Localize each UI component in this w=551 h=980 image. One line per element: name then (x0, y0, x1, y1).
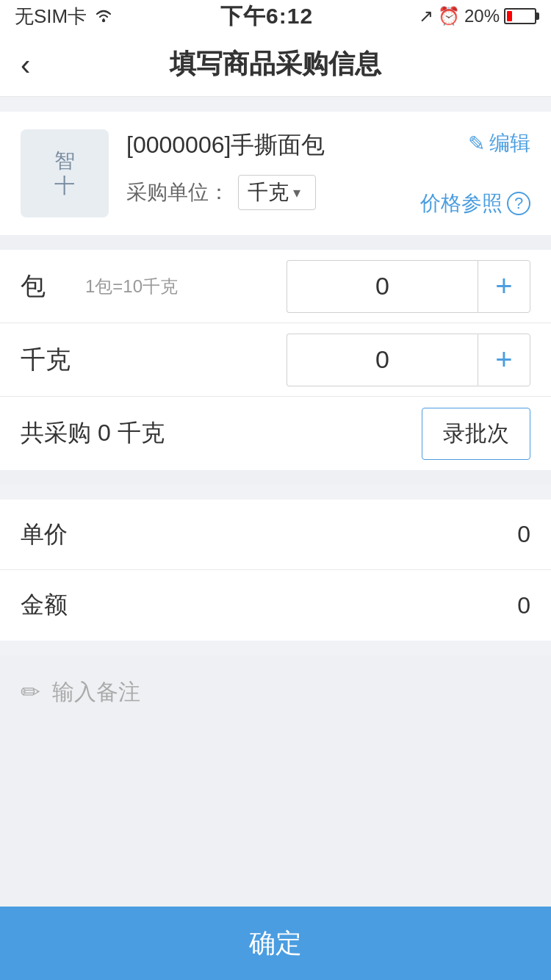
location-icon: ↗ (419, 6, 433, 26)
unit-price-row: 单价 0 (0, 500, 551, 570)
wifi-icon (93, 5, 115, 28)
confirm-button[interactable]: 确定 (0, 907, 551, 980)
help-icon: ? (507, 192, 530, 215)
notes-placeholder: 输入备注 (52, 677, 140, 707)
dropdown-arrow-icon: ▾ (293, 184, 300, 201)
input-section: 包 1包=10千克 0 + 千克 0 + 共采购 0 千克 录批次 (0, 250, 551, 470)
status-right: ↗ ⏰ 20% (419, 6, 536, 26)
status-bar: 无SIM卡 下午6:12 ↗ ⏰ 20% (0, 0, 551, 32)
summary-text: 共采购 0 千克 (21, 417, 165, 450)
amount-row: 金额 0 (0, 570, 551, 641)
section-divider-2 (0, 470, 551, 485)
kg-input-row: 千克 0 + (0, 323, 551, 397)
price-section: 单价 0 金额 0 (0, 500, 551, 641)
unit-price-label: 单价 (21, 519, 68, 551)
carrier-text: 无SIM卡 (15, 4, 87, 29)
bag-input-row: 包 1包=10千克 0 + (0, 250, 551, 323)
unit-price-value: 0 (517, 521, 530, 548)
bag-label: 包 (21, 270, 79, 303)
status-left: 无SIM卡 (15, 4, 115, 29)
section-divider-1 (0, 235, 551, 250)
product-image: 智 十 (21, 129, 109, 217)
status-time: 下午6:12 (220, 1, 313, 32)
amount-label: 金额 (21, 589, 68, 621)
svg-point-0 (102, 18, 105, 21)
bag-controls: 0 + (287, 260, 530, 313)
battery-percent: 20% (464, 6, 500, 26)
edit-icon: ✎ (468, 131, 485, 156)
kg-plus-button[interactable]: + (478, 334, 530, 386)
price-ref-button[interactable]: 价格参照 ? (420, 190, 530, 217)
summary-row: 共采购 0 千克 录批次 (0, 397, 551, 470)
alarm-icon: ⏰ (438, 6, 460, 26)
product-logo: 智 十 (54, 148, 75, 198)
main-content: 智 十 [0000006]手撕面包 采购单位： 千克 ▾ ✎ 编辑 价格参照 ? (0, 112, 551, 980)
unit-label: 采购单位： (126, 179, 229, 206)
kg-controls: 0 + (287, 334, 530, 386)
unit-dropdown[interactable]: 千克 ▾ (238, 175, 316, 210)
edit-label: 编辑 (489, 129, 530, 157)
back-button[interactable]: ‹ (21, 50, 30, 79)
bag-hint: 1包=10千克 (85, 275, 287, 298)
kg-label: 千克 (21, 343, 79, 377)
edit-button[interactable]: ✎ 编辑 (468, 129, 530, 157)
bag-plus-button[interactable]: + (478, 260, 530, 313)
page-title: 填写商品采购信息 (170, 46, 381, 82)
battery-icon (504, 8, 536, 24)
kg-input[interactable]: 0 (287, 334, 478, 386)
product-card: 智 十 [0000006]手撕面包 采购单位： 千克 ▾ ✎ 编辑 价格参照 ? (0, 112, 551, 235)
unit-value: 千克 (248, 179, 289, 206)
nav-bar: ‹ 填写商品采购信息 (0, 32, 551, 97)
notes-section[interactable]: ✏ 输入备注 (0, 655, 551, 729)
price-ref-label: 价格参照 (420, 190, 503, 217)
batch-button[interactable]: 录批次 (422, 408, 530, 460)
bag-input[interactable]: 0 (287, 260, 478, 313)
pencil-icon: ✏ (21, 678, 40, 706)
amount-value: 0 (517, 592, 530, 619)
